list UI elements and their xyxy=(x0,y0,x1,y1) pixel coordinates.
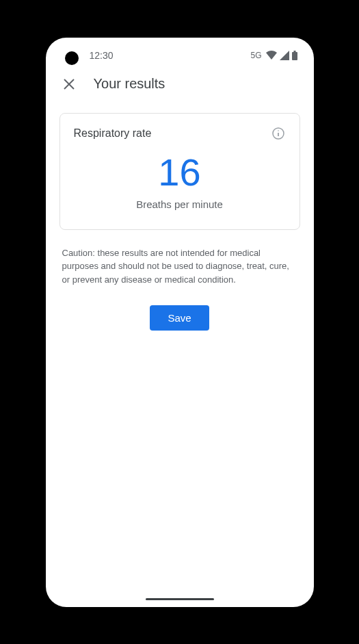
app-bar: Your results xyxy=(46,68,314,101)
svg-rect-0 xyxy=(292,52,297,60)
action-row: Save xyxy=(59,305,300,331)
side-button xyxy=(323,206,325,268)
signal-icon xyxy=(280,51,289,60)
phone-frame: 12:30 5G xyxy=(36,28,323,617)
card-header: Respiratory rate xyxy=(74,126,286,141)
close-icon xyxy=(62,77,76,91)
svg-point-6 xyxy=(278,130,279,131)
info-icon xyxy=(272,127,284,140)
status-bar: 12:30 5G xyxy=(46,38,314,68)
info-button[interactable] xyxy=(271,126,286,141)
content: Respiratory rate 16 Breaths per minute C… xyxy=(46,101,314,344)
close-button[interactable] xyxy=(59,75,79,94)
card-title: Respiratory rate xyxy=(74,127,152,140)
result-unit: Breaths per minute xyxy=(74,198,286,210)
result-value: 16 xyxy=(74,153,286,192)
wifi-icon xyxy=(266,51,277,60)
caution-text: Caution: these results are not intended … xyxy=(59,246,300,287)
result-card: Respiratory rate 16 Breaths per minute xyxy=(59,113,300,230)
save-button[interactable]: Save xyxy=(150,305,209,331)
svg-rect-1 xyxy=(293,51,295,52)
network-type: 5G xyxy=(250,51,261,60)
battery-icon xyxy=(292,51,297,60)
navigation-bar[interactable] xyxy=(146,598,214,600)
status-icons: 5G xyxy=(250,51,297,60)
phone-screen: 12:30 5G xyxy=(46,38,314,607)
status-time: 12:30 xyxy=(90,50,114,61)
page-title: Your results xyxy=(94,76,165,92)
camera-hole xyxy=(65,51,79,65)
